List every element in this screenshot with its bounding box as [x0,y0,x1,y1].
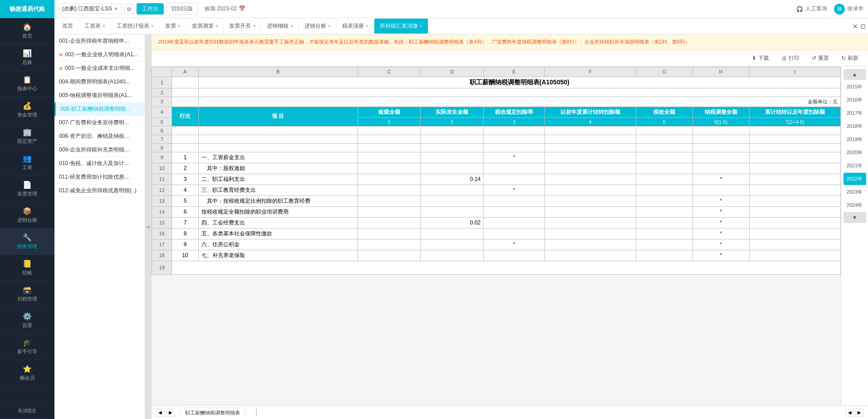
cell-e7[interactable] [484,135,545,143]
cell-e17[interactable]: * [484,239,545,250]
cell-f16[interactable] [544,228,636,239]
cell-i17[interactable] [749,239,840,250]
tab-invoice[interactable]: 发票 × [160,19,186,34]
cell-b18[interactable]: 七、补充养老保险 [198,250,358,261]
cell-g7[interactable] [636,135,692,143]
cell-a13[interactable]: 5 [172,195,198,206]
tab-home[interactable]: 首页 [57,19,79,34]
sidebar-item-payroll[interactable]: 👥 工资 [0,150,54,176]
panel-collapse-button[interactable]: « [145,34,152,419]
cell-d11[interactable]: 0.14 [421,174,484,185]
old-version-button[interactable]: 切到旧版 [166,3,198,15]
cell-a14[interactable]: 6 [172,206,198,217]
cell-i15[interactable] [749,217,840,228]
cell-f9[interactable] [544,152,636,163]
cell-c6[interactable] [358,126,421,135]
year-2016[interactable]: 2016年 [843,94,866,106]
tab-invoice-calc[interactable]: 发票测算 × [186,19,224,34]
cell-empty-19[interactable] [172,261,841,274]
print-button[interactable]: 🖨 打印 [779,53,802,63]
cell-h9[interactable] [692,152,749,163]
tab-income-tax-close[interactable]: × [420,24,422,29]
tab-maximize-button[interactable]: ⊡ [860,23,866,30]
cell-c7[interactable] [358,135,421,143]
file-item-008[interactable]: 008-资产折旧、摊销及纳税... [54,130,145,143]
file-item-002[interactable]: ⊗ 002-一般企业收入明细表(A1... [54,48,145,62]
refresh-button[interactable]: ↻ 刷新 [839,53,861,63]
cell-i13[interactable] [749,195,840,206]
year-2019[interactable]: 2019年 [843,133,866,146]
cell-e11[interactable] [484,174,545,185]
cell-h17[interactable]: * [692,239,749,250]
cell-b15[interactable]: 四、工会经费支出 [198,217,358,228]
cell-f14[interactable] [544,206,636,217]
bottom-tab-salary[interactable]: 职工薪酬纳税调整明细表 [179,408,246,418]
cell-a18[interactable]: 10 [172,250,198,261]
cell-d8[interactable] [421,143,484,152]
sidebar-item-close[interactable]: 📒 结账 [0,255,54,281]
cell-h7[interactable] [692,135,749,143]
sidebar-item-funds[interactable]: 💰 资金管理 [0,97,54,123]
sidebar-item-vip[interactable]: ⭐ 畅会员 [0,360,54,386]
cell-h18[interactable]: * [692,250,749,261]
cell-d16[interactable] [421,228,484,239]
cell-g9[interactable] [636,152,692,163]
tab-sales-ledger[interactable]: 进销台账 × [299,19,337,34]
cell-b7[interactable] [198,135,358,143]
cell-c8[interactable] [358,143,421,152]
cell-d14[interactable] [421,206,484,217]
cell-c18[interactable] [358,250,421,261]
cell-b12[interactable]: 三、职工教育经费支出 [198,185,358,195]
cell-d10[interactable] [421,163,484,174]
cell-b16[interactable]: 五、各类基本社会保障性缴款 [198,228,358,239]
year-2020[interactable]: 2020年 [843,146,866,159]
cell-c13[interactable] [358,195,421,206]
file-item-009[interactable]: 009-企业所得税补充类明细... [54,143,145,157]
file-item-004[interactable]: 004-期间费用明细表(A1040... [54,75,145,89]
cell-f10[interactable] [544,163,636,174]
tab-sales-check-close[interactable]: × [290,24,293,29]
cell-e10[interactable] [484,163,545,174]
cell-i12[interactable] [749,185,840,195]
cell-h8[interactable] [692,143,749,152]
year-2024[interactable]: 2024年 [843,199,866,211]
cell-h12[interactable] [692,185,749,195]
cell-c12[interactable] [358,185,421,195]
cell-h14[interactable]: * [692,206,749,217]
cell-g11[interactable] [636,174,692,185]
tab-close-button[interactable]: ✕ [853,23,858,30]
cell-b8[interactable] [198,143,358,152]
cell-f15[interactable] [544,217,636,228]
cell-i7[interactable] [749,135,840,143]
cell-e16[interactable] [484,228,545,239]
cell-b14[interactable]: 按税收规定全额扣除的职业培训费用 [198,206,358,217]
sidebar-item-settings[interactable]: ⚙️ 设置 [0,307,54,334]
year-2015[interactable]: 2015年 [843,81,866,93]
cell-b2[interactable] [198,88,840,97]
cell-e13[interactable] [484,195,545,206]
cell-c15[interactable] [358,217,421,228]
cell-g10[interactable] [636,163,692,174]
sidebar-unpin[interactable]: 取消固定 [0,403,54,419]
cell-i8[interactable] [749,143,840,152]
scroll-left-end-button[interactable]: ◀ [846,409,854,417]
cell-b9[interactable]: 一、工资薪金支出 [198,152,358,163]
cell-h11[interactable]: * [692,174,749,185]
scroll-left-button[interactable]: ◀ [156,409,164,417]
tab-invoice-issue[interactable]: 发票开具 × [224,19,261,34]
tab-tax-list[interactable]: 税表清册 × [337,19,374,34]
cell-g13[interactable] [636,195,692,206]
cell-e8[interactable] [484,143,545,152]
cell-a17[interactable]: 9 [172,239,198,250]
cell-d6[interactable] [421,126,484,135]
cell-a15[interactable]: 7 [172,217,198,228]
cell-i6[interactable] [749,126,840,135]
cell-a2[interactable] [172,88,198,97]
cell-a8[interactable] [172,143,198,152]
year-2018[interactable]: 2018年 [843,120,866,132]
cell-g18[interactable] [636,250,692,261]
cell-b11[interactable]: 二、职工福利支出 [198,174,358,185]
user-menu[interactable]: 徐 徐泽华 [834,4,863,15]
file-item-012[interactable]: 012-减免企业所得税优惠明细(..) [54,184,145,198]
cell-g16[interactable] [636,228,692,239]
